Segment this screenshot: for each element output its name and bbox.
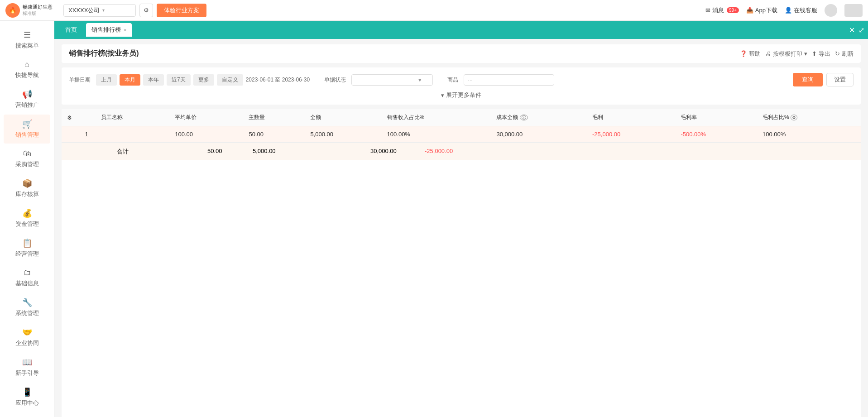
sidebar-item-system[interactable]: 🔧 系统管理 [4,293,50,322]
sidebar-item-operations[interactable]: 📋 经营管理 [4,234,50,263]
refresh-button[interactable]: ↻ 刷新 [835,50,854,58]
sidebar-item-finance[interactable]: 💰 资金管理 [4,204,50,233]
inventory-label: 库存核算 [15,190,39,198]
cost-info-icon[interactable]: ⓘ [520,115,528,120]
company-settings-button[interactable]: ⚙ [139,4,153,17]
print-icon: 🖨 [765,50,771,57]
refresh-icon: ↻ [835,50,840,57]
sidebar-item-app-center[interactable]: 📱 应用中心 [4,383,50,412]
close-window-button[interactable]: ✕ [849,26,855,34]
sidebar-item-search-order[interactable]: ☰ 搜索菜单 [4,25,50,54]
date-year-button[interactable]: 本年 [143,74,164,86]
expand-icon: ▾ [441,92,444,99]
date-prev-month-button[interactable]: 上月 [96,74,117,86]
page-content: 销售排行榜(按业务员) ❓ 帮助 🖨 按模板打印 ▾ ⬆ 导出 [54,39,868,417]
date-7days-button[interactable]: 近7天 [167,74,191,86]
operations-icon: 📋 [22,238,32,248]
col-profit-pct: 毛利占比% ⚙ [757,109,861,126]
help-icon: ❓ [740,50,747,57]
date-more-button[interactable]: 更多 [193,74,214,86]
user-menu[interactable] [844,4,863,17]
expand-more-button[interactable]: ▾ 展开更多条件 [441,91,481,99]
col-profit-rate: 毛利率 [675,109,757,126]
message-icon: ✉ [705,7,710,14]
export-button[interactable]: ⬆ 导出 [812,50,830,58]
row-cost: 30,000.00 [491,126,587,143]
content-area: 首页 销售排行榜 × ✕ ⤢ 销售排行榜(按业务员) ❓ 帮助 [54,21,868,417]
tab-home[interactable]: 首页 [58,22,84,38]
set-button[interactable]: 设置 [826,73,854,86]
date-filter-label: 单据日期 [69,76,91,84]
col-avg-price: 平均单价 [169,109,243,126]
sidebar-item-inventory[interactable]: 📦 库存核算 [4,174,50,203]
app-download-button[interactable]: 📥 App下载 [746,6,777,14]
download-icon: 📥 [746,7,753,14]
sidebar-item-guide[interactable]: 📖 新手引导 [4,353,50,382]
data-table: ⚙ 员工名称 平均单价 主数量 全额 销售收入占比% 成本全额 ⓘ 毛利 毛利率… [62,109,861,143]
logo-text: 畅康通好生意 [23,4,53,10]
purchase-icon: 🛍 [23,149,31,158]
sidebar-item-basic-info[interactable]: 🗂 基础信息 [4,264,50,292]
goods-filter-label: 商品 [447,76,458,84]
col-sales-pct: 销售收入占比% [382,109,491,126]
sidebar-item-purchase[interactable]: 🛍 采购管理 [4,144,50,173]
inventory-icon: 📦 [22,178,32,188]
basic-info-icon: 🗂 [23,268,31,278]
maximize-button[interactable]: ⤢ [858,26,864,34]
company-selector[interactable]: XXXXX公司 ▾ [63,4,136,17]
row-profit-rate: -500.00% [675,126,757,143]
top-header: 🔥 畅康通好生意 标准版 XXXXX公司 ▾ ⚙ 体验行业方案 ✉ 消息 99+… [0,0,868,21]
sidebar-item-marketing[interactable]: 📢 营销推广 [4,85,50,114]
logo-icon: 🔥 [5,3,20,18]
quick-nav-icon: ⌂ [24,60,29,69]
sales-label: 销售管理 [15,131,39,139]
quick-nav-label: 快捷导航 [15,71,39,79]
sidebar-item-enterprise[interactable]: 🤝 企业协同 [4,323,50,352]
system-label: 系统管理 [15,309,39,317]
sidebar-item-quick-nav[interactable]: ⌂ 快捷导航 [4,55,50,84]
date-current-month-button[interactable]: 本月 [120,74,140,86]
search-order-label: 搜索菜单 [15,42,39,50]
main-layout: ☰ 搜索菜单 ⌂ 快捷导航 📢 营销推广 🛒 销售管理 🛍 采购管理 📦 库存核… [0,21,868,417]
profit-pct-icon: ⚙ [791,115,797,120]
footer-amount: 5,000.00 [253,148,298,156]
status-filter-label: 单据状态 [324,76,346,84]
table-row: 1 100.00 50.00 5,000.00 100.00% 30,000.0… [62,126,861,143]
date-custom-button[interactable]: 自定义 [217,74,243,86]
goods-select[interactable]: ··· [464,74,554,86]
export-icon: ⬆ [812,50,817,57]
tab-sales-ranking[interactable]: 销售排行榜 × [86,23,132,37]
enterprise-label: 企业协同 [15,339,39,347]
print-button[interactable]: 🖨 按模板打印 ▾ [765,50,807,58]
page-actions: ❓ 帮助 🖨 按模板打印 ▾ ⬆ 导出 ↻ 刷新 [740,50,854,58]
filter-row-expand: ▾ 展开更多条件 [69,91,854,99]
company-dropdown-arrow: ▾ [102,8,105,13]
online-service-button[interactable]: 👤 在线客服 [785,6,817,14]
status-dropdown-icon: ▾ [418,77,422,83]
row-sales-pct: 100.00% [382,126,491,143]
message-button[interactable]: ✉ 消息 99+ [705,6,739,14]
tab-right-buttons: ✕ ⤢ [849,26,864,34]
filter-row-1: 单据日期 上月 本月 本年 近7天 更多 自定义 2023-06-01 至 20… [69,73,854,86]
row-profit: -25,000.00 [587,126,675,143]
help-button[interactable]: ❓ 帮助 [740,50,761,58]
trial-button[interactable]: 体验行业方案 [157,4,206,17]
row-quantity: 50.00 [243,126,305,143]
date-filter: 上月 本月 本年 近7天 更多 自定义 2023-06-01 至 2023-06… [96,74,310,86]
marketing-label: 营销推广 [15,101,39,109]
tab-close-icon[interactable]: × [124,27,126,33]
filter-area: 单据日期 上月 本月 本年 近7天 更多 自定义 2023-06-01 至 20… [62,67,861,105]
status-select[interactable]: ▾ [351,74,433,86]
row-avg-price: 100.00 [169,126,243,143]
sidebar-item-wechat[interactable]: 💬 企业微信 [4,412,50,417]
col-quantity: 主数量 [243,109,305,126]
query-button[interactable]: 查询 [793,73,823,86]
page-header: 销售排行榜(按业务员) ❓ 帮助 🖨 按模板打印 ▾ ⬆ 导出 [62,44,861,63]
guide-icon: 📖 [22,357,32,367]
row-settings [62,126,77,143]
finance-icon: 💰 [22,208,32,218]
avatar[interactable] [825,4,837,17]
col-settings[interactable]: ⚙ [62,109,77,126]
basic-info-label: 基础信息 [15,279,39,288]
sidebar-item-sales[interactable]: 🛒 销售管理 [4,115,50,144]
